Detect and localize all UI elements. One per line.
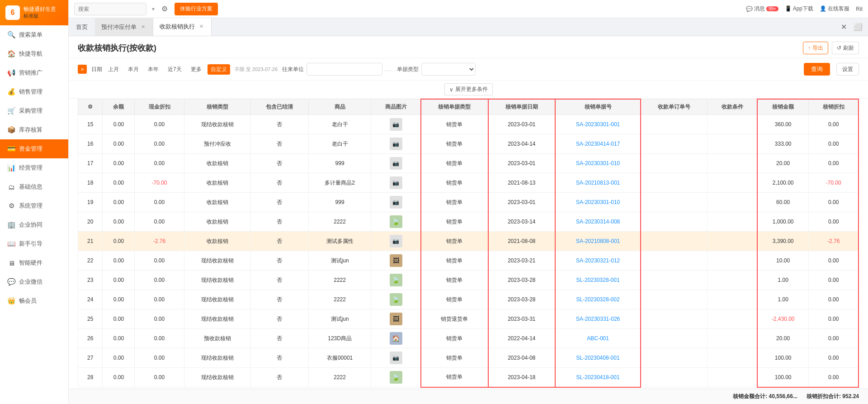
cell-12: 3,390.00 [757,232,809,251]
sidebar-item-shortcut[interactable]: 🏠 快捷导航 [0,44,68,63]
search-input[interactable] [74,3,146,15]
cell-7: 销货单 [421,251,488,271]
tab-restore[interactable]: ⬜ [852,21,864,33]
query-button[interactable]: 查询 [804,63,830,76]
cell-1: 0.00 [103,271,135,290]
cell-9: SL-20230328-001 [555,271,641,290]
bill-no-link[interactable]: SA-20210808-001 [576,238,620,244]
user-name: Rit [856,6,863,12]
bill-no-link[interactable]: SL-20230328-002 [576,296,620,303]
bill-no-link[interactable]: SA-20230301-001 [576,121,620,128]
tab-close-all[interactable]: ✕ [837,21,850,33]
sidebar-item-finance[interactable]: 💳 资金管理 [0,139,68,158]
export-button[interactable]: ↑ 导出 [803,42,828,54]
filter-date-this-month[interactable]: 本月 [125,64,142,75]
refresh-button[interactable]: ↺ 刷新 [832,42,859,54]
bill-no-link[interactable]: SA-20230301-010 [576,199,620,205]
cell-3: 收款核销 [184,193,250,212]
cell-1: 0.00 [103,193,135,212]
bill-no-link[interactable]: SL-20230408-001 [576,355,620,361]
bill-no-link[interactable]: SA-20230301-010 [576,160,620,166]
hardware-icon: 🖥 [7,259,15,267]
purchase-icon: 🛒 [7,107,15,115]
filter-date-this-year[interactable]: 本年 [145,64,162,75]
bill-no-link[interactable]: SA-20230314-008 [576,219,620,225]
tab-home[interactable]: 首页 [69,18,95,36]
cell-12: 60.00 [757,193,809,212]
sidebar-item-search[interactable]: 🔍 搜索菜单 [0,25,68,44]
filter-date-7days[interactable]: 近7天 [165,64,185,75]
message-icon[interactable]: 💬 消息 99+ [746,5,778,13]
cell-10 [641,115,708,134]
filter-bill-type-select[interactable]: 销货单 销货退货单 [421,63,476,76]
cell-12: 1.00 [757,271,809,290]
cell-1: 0.00 [103,368,135,387]
bill-no-link[interactable]: SL-20230328-001 [576,277,620,283]
cell-6: 🏠 [371,329,421,348]
cell-10 [641,290,708,309]
cell-0: 22 [78,251,103,271]
settings-button[interactable]: 设置 [836,63,859,76]
cell-8: 2023-03-01 [488,154,556,173]
sidebar-item-label-finance: 资金管理 [19,145,42,153]
cell-0: 24 [78,290,103,309]
cell-1: 0.00 [103,232,135,251]
online-service-link[interactable]: 👤 在线客服 [820,5,849,13]
main-content: ▾ ⚙ 休验行业方案 💬 消息 99+ 📱 App下载 👤 在线客服 Rit 首… [69,0,868,404]
sidebar-item-enterprise[interactable]: 🏢 企业协同 [0,215,68,234]
filter-expand-btn[interactable]: » [78,65,87,74]
sidebar-item-system[interactable]: ⚙ 系统管理 [0,196,68,215]
footer-discount: 核销折扣合计: 952.24 [807,393,859,400]
cell-0: 15 [78,115,103,134]
cell-0: 20 [78,212,103,232]
sidebar-item-guide[interactable]: 📖 新手引导 [0,234,68,253]
sidebar-item-purchase[interactable]: 🛒 采购管理 [0,101,68,120]
expand-more-btn[interactable]: ∨ 展开更多条件 [444,83,493,95]
sidebar-item-inventory[interactable]: 📦 库存核算 [0,120,68,139]
bill-no-link[interactable]: ABC-001 [587,335,609,342]
filter-billtype-group: 单据类型 销货单 销货退货单 [397,63,476,76]
sidebar-item-operation[interactable]: 📊 经营管理 [0,158,68,177]
sidebar-item-member[interactable]: 👑 畅会员 [0,291,68,310]
cell-4: 否 [250,271,308,290]
col-header-10: 收款单订单号 [641,99,708,115]
sidebar-item-basic[interactable]: 🗂 基础信息 [0,177,68,196]
cell-0: 17 [78,154,103,173]
cell-12: 20.00 [757,154,809,173]
bill-no-link[interactable]: SA-20230331-026 [576,316,620,322]
filter-date-prev-month[interactable]: 上月 [105,64,122,75]
cell-4: 否 [250,348,308,368]
tab-collect[interactable]: 收款核销执行 ✕ [153,18,212,36]
sidebar-item-marketing[interactable]: 📢 营销推广 [0,63,68,82]
table-row: 240.000.00现结收款核销否2222🍃销货单2023-03-28SL-20… [78,290,859,309]
cell-0: 21 [78,232,103,251]
cell-12: -2,430.00 [757,309,809,329]
filter-date-more[interactable]: 更多 [188,64,205,75]
bill-no-link[interactable]: SA-20230321-012 [576,257,620,264]
tab-close-prepay[interactable]: ✕ [139,24,146,31]
cell-13: 0.00 [809,329,859,348]
tab-close-collect[interactable]: ✕ [198,23,205,30]
cell-9: SA-20230314-008 [555,212,641,232]
sidebar-item-sales[interactable]: 💰 销售管理 [0,82,68,101]
cell-5: 测试jun [308,251,371,271]
cell-6: 🍃 [371,368,421,387]
app-download-link[interactable]: 📱 App下载 [785,5,813,13]
cell-11 [708,154,757,173]
filter-unit-dots[interactable]: ... [385,66,392,72]
col-header-11: 收款条件 [708,99,757,115]
sidebar-item-wechat[interactable]: 💬 企业微信 [0,272,68,291]
cell-9: SA-20230301-010 [555,193,641,212]
bill-no-link[interactable]: SA-20210813-001 [576,180,620,186]
cell-5: 999 [308,154,371,173]
industry-btn[interactable]: 休验行业方案 [175,3,218,15]
bill-no-link[interactable]: SA-20230414-017 [576,141,620,147]
filter-unit-input[interactable] [307,63,382,76]
settings-icon-btn[interactable]: ⚙ [158,3,171,15]
cell-2: 0.00 [135,115,184,134]
bill-no-link[interactable]: SL-20230418-001 [576,374,620,380]
tab-bar: 首页 预付冲应付单 ✕ 收款核销执行 ✕ ✕ ⬜ [69,18,868,36]
sidebar-item-hardware[interactable]: 🖥 智能硬件 [0,253,68,272]
tab-prepay[interactable]: 预付冲应付单 ✕ [95,18,153,36]
filter-date-custom[interactable]: 自定义 [208,64,230,75]
